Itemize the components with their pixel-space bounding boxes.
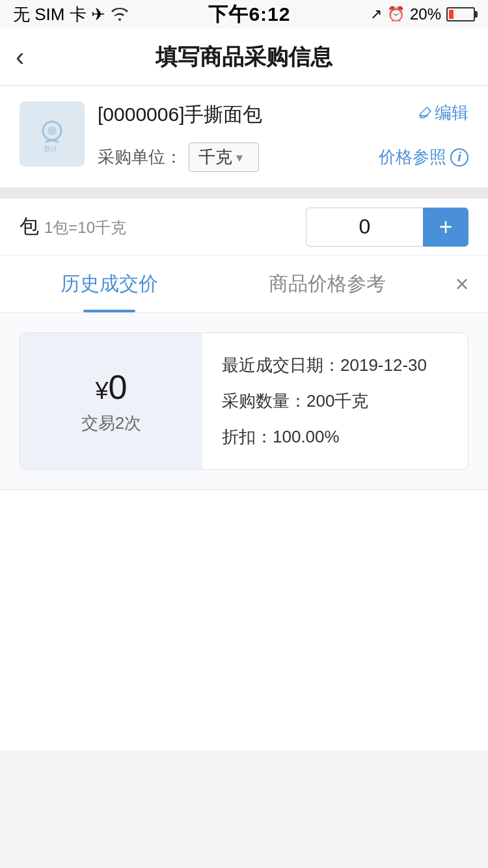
svg-text:数计: 数计 <box>44 145 57 152</box>
alarm-icon: ⏰ <box>387 6 405 23</box>
info-icon: i <box>450 148 468 167</box>
quantity-plus-button[interactable]: + <box>423 208 468 247</box>
history-details-panel: 最近成交日期：2019-12-30 采购数量：200千克 折扣：100.00% <box>202 333 468 469</box>
tab-active-indicator <box>83 310 135 312</box>
recent-date-row: 最近成交日期：2019-12-30 <box>222 353 448 378</box>
bottom-area <box>0 490 488 750</box>
status-bar: 无 SIM 卡 ✈ 下午6:12 ↗ ⏰ 20% <box>0 0 488 29</box>
product-logo-icon: 数计 <box>33 115 72 154</box>
purchase-quantity-row: 采购数量：200千克 <box>222 388 448 414</box>
unit-label: 采购单位： <box>98 146 182 169</box>
nav-bar: ‹ 填写商品采购信息 <box>0 29 488 86</box>
price-reference-button[interactable]: 价格参照 i <box>379 146 468 169</box>
status-right: ↗ ⏰ 20% <box>370 5 475 23</box>
status-left: 无 SIM 卡 ✈ <box>13 3 129 26</box>
tab-close-button[interactable]: × <box>436 256 488 312</box>
product-card: 数计 [0000006]手撕面包 编辑 采购单位： 千克 价 <box>0 86 488 188</box>
edit-icon <box>418 106 432 120</box>
tab-price-reference[interactable]: 商品价格参考 <box>218 256 436 312</box>
quantity-row: 包 1包=10千克 + <box>0 198 488 256</box>
product-name: [0000006]手撕面包 <box>98 102 262 128</box>
quantity-conversion: 1包=10千克 <box>44 217 126 238</box>
location-icon: ↗ <box>370 6 382 23</box>
history-content: ¥0 交易2次 最近成交日期：2019-12-30 采购数量：200千克 折扣：… <box>0 313 488 489</box>
status-time: 下午6:12 <box>208 1 290 28</box>
unit-select[interactable]: 千克 <box>189 142 259 172</box>
wifi-icon <box>111 8 129 21</box>
back-button[interactable]: ‹ <box>16 42 24 72</box>
product-image: 数计 <box>20 102 85 167</box>
page-title: 填写商品采购信息 <box>156 42 332 72</box>
discount-row: 折扣：100.00% <box>222 424 448 450</box>
product-info: [0000006]手撕面包 编辑 采购单位： 千克 价格参照 i <box>98 102 468 172</box>
quantity-input[interactable] <box>306 208 423 247</box>
quantity-unit: 包 <box>20 213 39 240</box>
battery-percent: 20% <box>410 5 441 23</box>
history-price-value: ¥0 <box>96 368 128 407</box>
price-number: 0 <box>109 368 128 406</box>
tab-history-price[interactable]: 历史成交价 <box>0 256 218 312</box>
history-trades-count: 交易2次 <box>81 412 141 435</box>
history-card: ¥0 交易2次 最近成交日期：2019-12-30 采购数量：200千克 折扣：… <box>20 332 468 470</box>
tabs-section: 历史成交价 商品价格参考 × ¥0 交易2次 最近成交日期：2019-12-30… <box>0 256 488 490</box>
svg-point-1 <box>47 126 57 135</box>
no-sim-text: 无 SIM 卡 ✈ <box>13 3 105 26</box>
history-price-panel: ¥0 交易2次 <box>20 333 202 469</box>
battery-icon <box>446 7 475 21</box>
unit-row: 采购单位： 千克 价格参照 i <box>98 142 468 172</box>
currency-symbol: ¥ <box>96 377 109 404</box>
product-name-row: [0000006]手撕面包 编辑 <box>98 102 468 128</box>
quantity-label-group: 包 1包=10千克 <box>20 213 126 240</box>
section-divider <box>0 188 488 198</box>
edit-button[interactable]: 编辑 <box>418 102 468 124</box>
tabs-header: 历史成交价 商品价格参考 × <box>0 256 488 313</box>
quantity-control: + <box>306 208 468 247</box>
